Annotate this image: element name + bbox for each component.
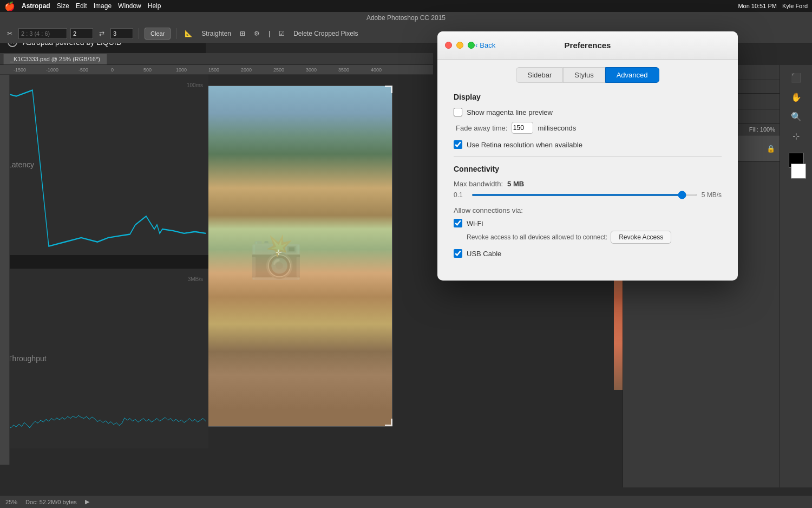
- slider-max-label: 5 MB/s: [702, 191, 722, 199]
- tab-advanced[interactable]: Advanced: [605, 67, 659, 83]
- background-color[interactable]: [791, 164, 806, 179]
- swap-icon[interactable]: ⇄: [96, 29, 107, 38]
- ruler-mark-neg1500: -1500: [14, 67, 46, 73]
- bandwidth-slider[interactable]: [472, 194, 697, 196]
- menubar-datetime: Mon 10:51 PM: [738, 3, 777, 9]
- ruler-mark-2000: 2000: [241, 67, 273, 73]
- bandwidth-row: Max bandwidth: 5 MB: [454, 180, 722, 188]
- ruler-mark-2500: 2500: [273, 67, 306, 73]
- ruler-mark-0: 0: [111, 67, 143, 73]
- fade-away-row: Fade away time: milliseconds: [454, 122, 722, 134]
- ruler-mark-neg500: -500: [78, 67, 111, 73]
- section-divider: [454, 157, 722, 157]
- wifi-row: Wi-Fi: [454, 219, 722, 227]
- back-button[interactable]: ‹ Back: [475, 41, 495, 49]
- wifi-label: Wi-Fi: [467, 219, 483, 227]
- menubar-astropad[interactable]: Astropad: [22, 2, 50, 10]
- connectivity-section-title: Connectivity: [454, 165, 722, 173]
- ruler-mark-neg1000: -1000: [46, 67, 78, 73]
- fill-label: Fill: 100%: [749, 126, 775, 133]
- latency-section: Latency 100ms: [0, 75, 208, 256]
- minimize-button[interactable]: [456, 42, 463, 49]
- apple-menu[interactable]: 🍎: [4, 1, 15, 11]
- menubar-size[interactable]: Size: [57, 2, 69, 10]
- traffic-lights: [445, 42, 475, 49]
- grid-icon[interactable]: ⊞: [237, 29, 248, 38]
- doc-info: Doc: 52.2M/0 bytes: [25, 499, 77, 505]
- status-bar: 25% Doc: 52.2M/0 bytes ▶: [0, 495, 812, 508]
- zoom-level: 25%: [5, 499, 17, 505]
- ruler-vertical: [0, 75, 10, 465]
- height-input[interactable]: [110, 28, 133, 39]
- width-input[interactable]: [70, 28, 93, 39]
- usb-row: USB Cable: [454, 249, 722, 258]
- menubar-image[interactable]: Image: [94, 2, 112, 10]
- layer-lock-icon: 🔒: [767, 145, 775, 153]
- ruler-mark-3000: 3000: [306, 67, 338, 73]
- crop-handle-tr[interactable]: [385, 86, 392, 93]
- ruler-marks: -1500 -1000 -500 0 500 1000 1500 2000 25…: [0, 67, 403, 73]
- back-label: Back: [480, 41, 495, 49]
- delete-cropped-check[interactable]: ☑: [276, 29, 287, 38]
- retina-row: Use Retina resolution when available: [454, 140, 722, 149]
- retina-label: Use Retina resolution when available: [467, 141, 582, 149]
- ruler-mark-1500: 1500: [208, 67, 241, 73]
- back-chevron-icon: ‹: [475, 41, 477, 49]
- show-magenta-label: Show magenta line preview: [467, 108, 553, 116]
- revoke-access-button[interactable]: Revoke Access: [611, 231, 671, 244]
- show-magenta-row: Show magenta line preview: [454, 108, 722, 116]
- delete-cropped-label: Delete Cropped Pixels: [291, 29, 361, 38]
- tool-select[interactable]: ⊹: [788, 128, 804, 144]
- maximize-button[interactable]: [468, 42, 475, 49]
- latency-graph-svg: [0, 75, 208, 255]
- crop-handle-br[interactable]: [385, 419, 392, 426]
- ps-tab-document[interactable]: _K1C3333.psd @ 25% (RGB/16*): [3, 54, 107, 64]
- prefs-title: Preferences: [565, 41, 611, 50]
- separator-2: [176, 28, 176, 39]
- ps-titlebar: Adobe Photoshop CC 2015: [0, 12, 812, 24]
- connectivity-section: Connectivity Max bandwidth: 5 MB 0.1 5 M…: [454, 165, 722, 258]
- play-button[interactable]: ▶: [85, 498, 89, 505]
- show-magenta-checkbox[interactable]: [454, 108, 462, 116]
- tab-stylus[interactable]: Stylus: [563, 67, 605, 83]
- menubar-user: Kyle Ford: [782, 3, 808, 9]
- right-tool-panel: ⬛ ✋ 🔍 ⊹: [780, 65, 812, 487]
- display-section-title: Display: [454, 93, 722, 101]
- usb-checkbox[interactable]: [454, 249, 462, 258]
- tool-zoom[interactable]: 🔍: [788, 108, 804, 125]
- separator-1: [139, 28, 139, 39]
- fade-away-unit: milliseconds: [538, 124, 576, 132]
- tool-layers[interactable]: ⬛: [788, 69, 804, 86]
- throughput-section: Throughput 3MB/s: [0, 269, 208, 449]
- left-panel: Latency 100ms Throughput 3MB/s: [0, 75, 208, 448]
- menubar: 🍎 Astropad Size Edit Image Window Help M…: [0, 0, 812, 12]
- tab-sidebar[interactable]: Sidebar: [516, 67, 563, 83]
- ruler-horizontal: -1500 -1000 -500 0 500 1000 1500 2000 25…: [0, 65, 433, 75]
- ps-tab-bar: _K1C3333.psd @ 25% (RGB/16*): [0, 53, 433, 65]
- bandwidth-slider-row: 0.1 5 MB/s: [454, 191, 722, 199]
- menubar-window[interactable]: Window: [118, 2, 141, 10]
- crop-icon[interactable]: ✂: [4, 29, 15, 38]
- ruler-mark-500: 500: [143, 67, 176, 73]
- usb-label: USB Cable: [467, 250, 501, 258]
- separator-3: |: [266, 29, 273, 38]
- gear-icon[interactable]: ⚙: [251, 29, 263, 38]
- clear-button[interactable]: Clear: [145, 28, 171, 40]
- slider-min-label: 0.1: [454, 191, 467, 199]
- latency-divider: [0, 256, 208, 269]
- ratio-input[interactable]: [18, 28, 67, 39]
- crosshair: ✛: [274, 248, 283, 257]
- wifi-checkbox[interactable]: [454, 219, 462, 227]
- close-button[interactable]: [445, 42, 452, 49]
- menubar-edit[interactable]: Edit: [76, 2, 87, 10]
- tool-hand[interactable]: ✋: [788, 89, 804, 105]
- prefs-body: Display Show magenta line preview Fade a…: [437, 83, 738, 268]
- ruler-mark-4000: 4000: [371, 67, 403, 73]
- menubar-help[interactable]: Help: [148, 2, 161, 10]
- revoke-description: Revoke access to all devices allowed to …: [467, 233, 607, 241]
- fade-away-input[interactable]: [512, 122, 533, 134]
- retina-checkbox[interactable]: [454, 140, 462, 149]
- prefs-tabs: Sidebar Stylus Advanced: [437, 60, 738, 83]
- ps-title: Adobe Photoshop CC 2015: [366, 14, 446, 22]
- straighten-icon[interactable]: 📐: [182, 29, 195, 38]
